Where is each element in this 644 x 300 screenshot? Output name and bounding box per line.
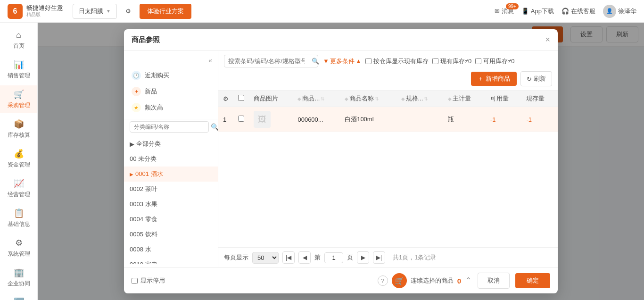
nav-right: ✉ 消息 99+ 📱 App下载 🎧 在线客服 👤 徐泽华 [495,5,636,18]
current-stock-ne0-checkbox[interactable]: 现有库存≠0 [432,57,471,66]
th-current: 现存量 [521,91,558,107]
category-search-input[interactable] [130,121,209,133]
cell-available: -1 [486,107,522,132]
sort-icon-spec-right: ⇅ [424,96,428,101]
th-checkbox[interactable] [233,91,249,107]
product-search-icon[interactable]: 🔍 [312,58,319,65]
th-settings[interactable]: ⚙ [218,91,233,107]
sidebar-item-inventory[interactable]: 📦 库存核算 [0,115,37,143]
plus-icon: ＋ [478,75,484,83]
app-download-item[interactable]: 📱 App下载 [521,7,554,16]
sidebar-label-enterprise: 企业协同 [8,280,30,288]
per-page-select[interactable]: 20 50 100 200 [252,252,279,264]
quick-items: 🕐 近期购买 ✦ 新品 ★ 频次高 [124,68,218,115]
nav-dropdown[interactable]: 日太阳膜 ▼ [73,4,117,19]
collapse-left-icon[interactable]: « [208,57,212,64]
settings-icon[interactable]: ⚙ [121,4,136,19]
sort-icon-right: ⇅ [321,96,324,101]
finance-icon: 💰 [14,149,24,159]
new-label: 新品 [145,87,157,96]
pagination-bar: 每页显示 20 50 100 200 |◀ ◀ 第 页 [218,247,558,267]
table-row[interactable]: 1 🖼 000600... 白酒100ml 瓶 [218,107,558,132]
recent-icon: 🕐 [132,71,141,80]
select-all-checkbox[interactable] [238,95,244,101]
page-number-input[interactable] [324,252,343,263]
category-item-00[interactable]: 00 未分类 [124,151,218,167]
modal-overlay[interactable]: 商品参照 × « 🕐 近期购买 [38,23,644,300]
sidebar-item-system[interactable]: ⚙ 系统管理 [0,234,37,262]
sort-icon-spec-left: ◆ [401,96,405,101]
category-item-0001[interactable]: ▶ 0001 酒水 [124,167,218,182]
inventory-icon: 📦 [14,119,24,129]
product-image-placeholder: 🖼 [254,111,271,128]
brand-name: 畅捷通好生意 [26,4,63,12]
quick-item-new[interactable]: ✦ 新品 [128,84,214,99]
collapse-footer-icon[interactable]: ⌃ [465,275,472,286]
expand-icon: ▶ [130,141,134,148]
quick-item-recent[interactable]: 🕐 近期购买 [128,68,214,83]
category-search-icon[interactable]: 🔍 [211,123,218,131]
product-search-input[interactable] [224,55,318,67]
cell-spec [396,107,444,132]
sidebar-item-sales[interactable]: 📊 销售管理 [0,56,37,83]
sidebar-item-guide[interactable]: 🆕 新手引导 [0,293,37,300]
th-name: ◆ 商品名称 ⇅ [340,91,396,107]
logo-icon: 6 [8,4,23,19]
next-page-button[interactable]: ▶ [357,251,369,264]
cell-name: 白酒100ml [340,107,396,132]
show-disabled-checkbox[interactable]: 显示停用 [132,276,165,285]
th-unit: ◆ 主计量 [443,91,486,107]
app-download-label: App下载 [531,7,554,16]
brand-info: 畅捷通好生意 精品版 [26,4,63,18]
table-gear-icon[interactable]: ⚙ [223,95,229,102]
cart-icon-button[interactable]: 🛒 [392,273,407,288]
user-item[interactable]: 👤 徐泽华 [603,5,636,18]
sidebar-label-finance: 资金管理 [8,161,30,169]
category-item-0004[interactable]: 0004 零食 [124,212,218,227]
category-item-0005[interactable]: 0005 饮料 [124,227,218,242]
last-page-button[interactable]: ▶| [373,251,385,264]
sidebar-item-home[interactable]: ⌂ 首页 [0,26,37,54]
sidebar-item-enterprise[interactable]: 🏢 企业协同 [0,264,37,292]
first-page-button[interactable]: |◀ [282,251,295,264]
add-product-label: 新增商品 [486,75,510,83]
chevron-up-icon: ▲ [355,58,362,65]
notifications-item[interactable]: ✉ 消息 99+ [495,7,514,16]
cell-code: 000600... [293,107,340,132]
refresh-button[interactable]: ↻ 刷新 [520,71,552,86]
help-icon[interactable]: ? [378,275,388,286]
cell-checkbox[interactable] [233,107,249,132]
notifications-badge: 99+ [506,3,519,9]
sidebar-item-purchase[interactable]: 🛒 采购管理 [0,85,37,113]
category-item-0003[interactable]: 0003 水果 [124,197,218,212]
chevron-down-icon: ▼ [106,8,111,14]
left-panel: « 🕐 近期购买 ✦ 新品 ★ [124,51,218,267]
mobile-icon: 📱 [521,8,529,15]
prev-page-button[interactable]: ◀ [298,251,311,264]
sidebar-item-finance[interactable]: 💰 资金管理 [0,145,37,173]
more-conditions-label: 更多条件 [330,57,355,66]
modal-header: 商品参照 × [124,29,558,51]
available-stock-ne0-checkbox[interactable]: 可用库存≠0 [475,57,514,66]
more-conditions-button[interactable]: ▼ 更多条件 ▲ [323,57,362,66]
cart-count: 0 [457,277,461,285]
online-service-item[interactable]: 🎧 在线客服 [561,7,595,16]
category-item-0002[interactable]: 0002 茶叶 [124,182,218,197]
cancel-button[interactable]: 取消 [478,273,510,289]
add-product-button[interactable]: ＋ 新增商品 [471,72,517,86]
close-button[interactable]: × [545,35,550,45]
top-nav: 6 畅捷通好生意 精品版 日太阳膜 ▼ ⚙ 体验行业方案 ✉ 消息 99+ 📱 … [0,0,644,23]
nav-dropdown-label: 日太阳膜 [79,7,103,16]
purchase-icon: 🛒 [14,89,24,100]
confirm-button[interactable]: 确定 [515,273,550,288]
category-item-0008[interactable]: 0008 水 [124,242,218,257]
category-item-all[interactable]: ▶ 全部分类 [124,136,218,151]
quick-item-freq[interactable]: ★ 频次高 [128,100,214,115]
recent-label: 近期购买 [145,71,169,80]
modal-footer: 显示停用 ? 🛒 连续选择的商品 0 ⌃ 取消 确定 [124,267,558,293]
sidebar-item-operation[interactable]: 📈 经营管理 [0,175,37,202]
by-warehouse-checkbox[interactable]: 按仓库显示现有库存 [365,57,429,66]
experience-button[interactable]: 体验行业方案 [140,4,191,19]
sidebar-item-basic[interactable]: 📋 基础信息 [0,204,37,232]
category-item-0010[interactable]: 0010 家电 [124,257,218,264]
